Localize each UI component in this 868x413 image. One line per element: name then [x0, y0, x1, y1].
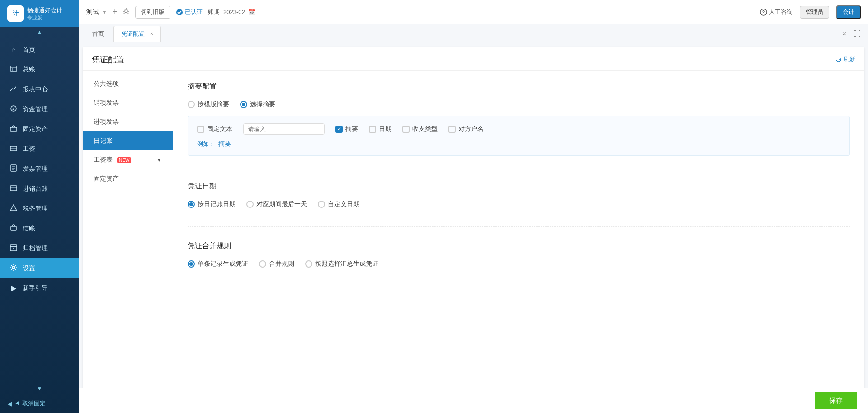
- sidebar-item-assets[interactable]: 固定资产: [0, 119, 79, 139]
- radio-label: 合并规则: [269, 260, 294, 268]
- topbar-switch-btn[interactable]: 切到旧版: [135, 6, 170, 19]
- topbar-period: 账期 2023-02 📅: [208, 8, 255, 16]
- tab-home[interactable]: 首页: [85, 26, 112, 42]
- radio-circle: [188, 101, 195, 108]
- checkbox-income-type[interactable]: 收支类型: [402, 125, 438, 133]
- summary-preview: 例如： 摘要: [197, 140, 840, 148]
- main-content: 凭证配置 刷新 公共选项 销项发票 进项发票 日记账: [79, 43, 868, 413]
- radio-circle-checked: [188, 201, 195, 208]
- sidebar-item-label: 设置: [23, 264, 35, 272]
- summary-config-box: 固定文本 摘要 日期: [188, 116, 850, 156]
- radio-circle: [318, 201, 325, 208]
- fixed-text-input[interactable]: [243, 123, 325, 135]
- sidebar-item-salary[interactable]: 工资: [0, 139, 79, 159]
- radio-circle: [246, 201, 254, 208]
- sidebar-item-close[interactable]: 结账: [0, 219, 79, 239]
- radio-single[interactable]: 单条记录生成凭证: [188, 260, 248, 268]
- left-nav-item-sales-invoice[interactable]: 销项发票: [83, 94, 173, 113]
- left-nav: 公共选项 销项发票 进项发票 日记账 工资表 NEW ▼ 固定资产: [83, 71, 173, 409]
- left-nav-item-journal[interactable]: 日记账: [83, 131, 173, 150]
- assets-icon: [9, 125, 18, 134]
- radio-circle: [305, 260, 312, 268]
- radio-merge-rule[interactable]: 合并规则: [259, 260, 294, 268]
- salary-icon: [9, 145, 18, 154]
- sidebar-item-report[interactable]: 报表中心: [0, 80, 79, 99]
- preview-label: 例如：: [197, 141, 215, 147]
- sidebar-item-trade[interactable]: 进销台账: [0, 179, 79, 199]
- sidebar-item-label: 首页: [23, 46, 35, 54]
- checkbox-box-checked: [335, 126, 343, 133]
- window-maximize-btn[interactable]: ⛶: [852, 28, 863, 40]
- topbar-add-btn[interactable]: +: [113, 7, 118, 17]
- topbar: 测试 ▼ + 切到旧版 已认证 账期 2023-02 📅 人工咨询 管理员 会计: [79, 0, 868, 24]
- invoice-icon: [9, 164, 18, 174]
- tab-voucher-config[interactable]: 凭证配置 ×: [113, 26, 161, 42]
- archive-icon: [9, 244, 18, 253]
- topbar-right: 人工咨询 管理员 会计: [760, 5, 861, 19]
- sidebar-item-archive[interactable]: 归档管理: [0, 239, 79, 258]
- left-nav-item-public[interactable]: 公共选项: [83, 75, 173, 94]
- sidebar-item-ledger[interactable]: 总账: [0, 60, 79, 80]
- radio-label: 对应期间最后一天: [256, 200, 307, 208]
- left-nav-item-payroll[interactable]: 工资表 NEW ▼: [83, 150, 173, 169]
- content-body: 公共选项 销项发票 进项发票 日记账 工资表 NEW ▼ 固定资产: [83, 71, 864, 409]
- sidebar-item-label: 工资: [23, 145, 35, 153]
- sidebar-item-label: 结账: [23, 225, 35, 233]
- sidebar-logo-text: 畅捷通好会计 专业版: [27, 6, 62, 21]
- checkbox-fixed-text[interactable]: 固定文本: [197, 125, 232, 133]
- sidebar-item-settings[interactable]: 设置: [0, 258, 79, 278]
- checkbox-summary[interactable]: 摘要: [335, 125, 358, 133]
- sidebar-nav: ⌂ 首页 总账 报表中心 ¥ 资金管理 固定资产: [0, 37, 79, 384]
- topbar-project-name: 测试: [86, 8, 99, 16]
- radio-template-summary[interactable]: 按模版摘要: [188, 100, 229, 108]
- radio-journal-date[interactable]: 按日记账日期: [188, 200, 236, 208]
- sidebar-item-label: 进销台账: [23, 185, 48, 193]
- radio-select-summary[interactable]: 选择摘要: [240, 100, 275, 108]
- topbar-accountant-btn[interactable]: 会计: [836, 5, 861, 19]
- radio-label: 按模版摘要: [198, 100, 229, 108]
- topbar-consult-btn[interactable]: 人工咨询: [760, 8, 793, 16]
- radio-custom-date[interactable]: 自定义日期: [318, 200, 359, 208]
- left-nav-item-purchase-invoice[interactable]: 进项发票: [83, 113, 173, 131]
- sidebar-cancel-fixed[interactable]: ◀ ◀ 取消固定: [0, 394, 79, 413]
- radio-label: 按日记账日期: [198, 200, 236, 208]
- topbar-admin-btn[interactable]: 管理员: [800, 6, 829, 19]
- checkbox-label: 收支类型: [412, 125, 438, 133]
- checkbox-label: 对方户名: [458, 125, 484, 133]
- radio-circle-checked: [188, 260, 195, 268]
- radio-period-last[interactable]: 对应期间最后一天: [246, 200, 307, 208]
- radio-select-merge[interactable]: 按照选择汇总生成凭证: [305, 260, 378, 268]
- sidebar-item-tax[interactable]: 税务管理: [0, 199, 79, 219]
- checkbox-label: 摘要: [345, 125, 358, 133]
- sidebar-item-guide[interactable]: ▶ 新手引导: [0, 278, 79, 298]
- checkbox-box: [448, 126, 456, 133]
- svg-rect-15: [11, 226, 16, 230]
- topbar-project[interactable]: 测试 ▼: [86, 8, 107, 16]
- checkbox-counterpart[interactable]: 对方户名: [448, 125, 484, 133]
- sidebar-item-capital[interactable]: ¥ 资金管理: [0, 99, 79, 119]
- sidebar-item-label: 发票管理: [23, 165, 48, 173]
- close-account-icon: [9, 224, 18, 233]
- topbar-verified: 已认证: [176, 8, 203, 16]
- window-close-btn[interactable]: ×: [840, 28, 848, 40]
- sidebar-item-label: 归档管理: [23, 244, 48, 253]
- tab-close-btn[interactable]: ×: [150, 30, 154, 37]
- sidebar-scroll-up[interactable]: ▲: [0, 27, 79, 37]
- capital-icon: ¥: [9, 105, 18, 114]
- sidebar-item-home[interactable]: ⌂ 首页: [0, 41, 79, 60]
- tax-icon: [9, 204, 18, 213]
- sidebar-scroll-down[interactable]: ▼: [0, 384, 79, 394]
- calendar-icon[interactable]: 📅: [248, 9, 255, 15]
- sidebar-item-label: 资金管理: [23, 105, 48, 113]
- sidebar-item-invoice[interactable]: 发票管理: [0, 159, 79, 179]
- svg-rect-17: [10, 245, 17, 247]
- sidebar-logo: 计 畅捷通好会计 专业版: [0, 0, 79, 27]
- section-summary: 摘要配置 按模版摘要 选择摘要: [188, 82, 850, 167]
- refresh-btn[interactable]: 刷新: [835, 56, 855, 64]
- save-button[interactable]: 保存: [815, 392, 857, 409]
- left-nav-item-fixed-assets[interactable]: 固定资产: [83, 169, 173, 188]
- guide-icon: ▶: [9, 284, 18, 292]
- checkbox-date[interactable]: 日期: [369, 125, 392, 133]
- topbar-gear-btn[interactable]: [123, 8, 130, 17]
- svg-point-21: [176, 9, 183, 15]
